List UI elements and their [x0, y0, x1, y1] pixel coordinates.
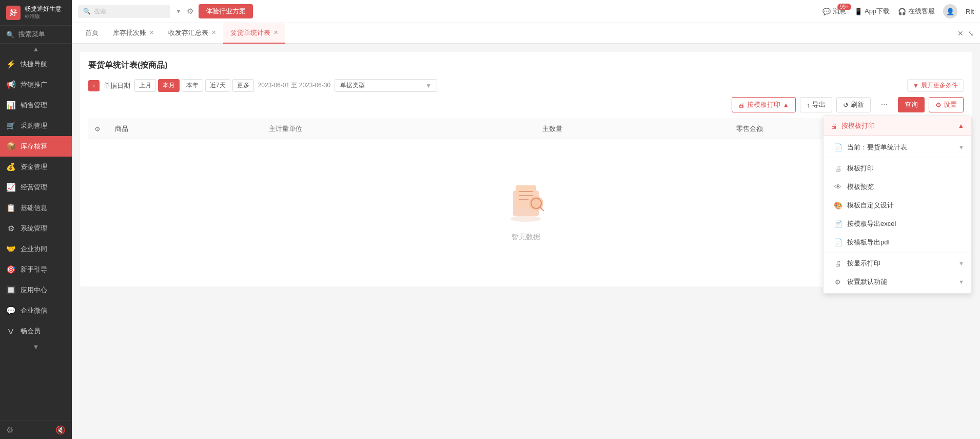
- topbar-search-icon: 🔍: [83, 8, 91, 15]
- sidebar-item-finance[interactable]: 💰 资金管理: [0, 157, 72, 177]
- print-icon: 🖨: [738, 101, 745, 109]
- filter-btn-prev-month[interactable]: 上月: [134, 79, 156, 92]
- dropdown-header[interactable]: 🖨 按模板打印 ▲: [824, 116, 971, 136]
- tab-order-stats[interactable]: 要货单统计表 ✕: [223, 23, 285, 44]
- template-preview-icon: 👁: [834, 183, 842, 191]
- tab-order-stats-close[interactable]: ✕: [273, 29, 278, 36]
- dropdown-item-template-print[interactable]: 🖨 模板打印: [824, 159, 971, 178]
- tab-receipts-summary-close[interactable]: ✕: [211, 29, 216, 36]
- dropdown-set-default[interactable]: ⚙ 设置默认功能 ▼: [824, 273, 971, 291]
- filter-type-arrow: ▼: [425, 82, 432, 89]
- sidebar-item-basics[interactable]: 📋 基础信息: [0, 198, 72, 218]
- filter-date-group: 上月 本月 本年 近7天 更多 2023-06-01 至 2023-06-30: [134, 79, 330, 92]
- dropdown-display-print[interactable]: 🖨 按显示打印 ▼: [824, 254, 971, 273]
- settings-btn[interactable]: ⚙ 设置: [929, 97, 964, 112]
- dropdown-item-export-pdf[interactable]: 📄 按模板导出pdf: [824, 233, 971, 252]
- dropdown-item-template-preview[interactable]: 👁 模板预览: [824, 178, 971, 196]
- dropdown-print-icon: 🖨: [831, 122, 837, 130]
- sidebar-item-app-center[interactable]: 🔲 应用中心: [0, 280, 72, 300]
- sidebar-item-label: 企业微信: [21, 306, 47, 315]
- sidebar-scroll-up[interactable]: ▲: [0, 44, 72, 54]
- sidebar-item-purchase[interactable]: 🛒 采购管理: [0, 116, 72, 136]
- page-title: 要货单统计表(按商品): [88, 60, 964, 71]
- online-service-label: 在线客服: [908, 7, 935, 16]
- main-content: 🔍 搜索 ▼ ⚙ 体验行业方案 💬 消息 99+ 📱 App下载 🎧 在线客服 …: [72, 0, 980, 439]
- tab-inventory-batch-close[interactable]: ✕: [149, 29, 154, 36]
- filter-btn-this-month[interactable]: 本月: [158, 79, 180, 92]
- sidebar-item-label: 畅会员: [21, 327, 41, 336]
- sidebar-item-label: 营销推广: [21, 80, 47, 89]
- sidebar-search[interactable]: 🔍 搜索菜单: [0, 26, 72, 44]
- display-print-icon: 🖨: [834, 260, 842, 268]
- tab-receipts-summary[interactable]: 收发存汇总表 ✕: [161, 23, 223, 44]
- sidebar-item-inventory[interactable]: 📦 库存核算: [0, 136, 72, 157]
- settings-label: 设置: [944, 100, 957, 109]
- avatar[interactable]: 👤: [943, 4, 957, 18]
- sidebar-item-sales[interactable]: 📊 销售管理: [0, 95, 72, 116]
- filter-more-btn[interactable]: ▼ 展开更多条件: [907, 79, 964, 92]
- operations-icon: 📈: [6, 183, 15, 192]
- user-name: Rit: [966, 8, 974, 15]
- more-actions-btn[interactable]: ···: [875, 98, 894, 112]
- mute-icon[interactable]: 🔇: [55, 425, 66, 435]
- filter-btn-this-year[interactable]: 本年: [182, 79, 203, 92]
- dropdown-header-left: 🖨 按模板打印: [831, 121, 875, 130]
- set-default-left: ⚙ 设置默认功能: [834, 277, 887, 287]
- dropdown-section: 📄 当前：要货单统计表 ▼ 🖨 模板打印 👁 模板预览 🎨 模板自定义设计: [824, 136, 971, 293]
- sidebar-bottom: ⚙ 🔇: [0, 421, 72, 439]
- logo-icon: 好: [6, 6, 21, 20]
- tab-home[interactable]: 首页: [78, 23, 106, 44]
- online-service-btn[interactable]: 🎧 在线客服: [898, 7, 935, 16]
- dropdown-item-template-design[interactable]: 🎨 模板自定义设计: [824, 196, 971, 215]
- sidebar-item-vip[interactable]: V 畅会员: [0, 321, 72, 341]
- tab-maximize-btn[interactable]: ⤡: [968, 29, 974, 37]
- tab-close-window-btn[interactable]: ✕: [957, 29, 964, 37]
- dropdown-divider-1: [824, 158, 971, 158]
- export-btn[interactable]: ↑ 导出: [800, 97, 832, 112]
- set-default-arrow: ▼: [958, 279, 964, 285]
- print-template-btn[interactable]: 🖨 按模板打印 ▲: [732, 97, 796, 112]
- col-unit: 主计量单位: [263, 119, 536, 139]
- notifications-btn[interactable]: 💬 消息 99+: [822, 7, 846, 16]
- filter-btn-7days[interactable]: 近7天: [205, 79, 230, 92]
- settings-icon: ⚙: [935, 101, 942, 109]
- template-print-label: 模板打印: [847, 164, 874, 173]
- display-print-label: 按显示打印: [847, 259, 880, 268]
- breadcrumb-arrow: ▼: [175, 8, 182, 15]
- sidebar-item-enterprise-wechat[interactable]: 💬 企业微信: [0, 300, 72, 321]
- system-icon: ⚙: [6, 224, 15, 233]
- topbar-gear-icon[interactable]: ⚙: [187, 7, 193, 16]
- dropdown-current-item[interactable]: 📄 当前：要货单统计表 ▼: [824, 138, 971, 157]
- sidebar-item-operations[interactable]: 📈 经营管理: [0, 177, 72, 198]
- filter-expand-btn[interactable]: ›: [88, 80, 100, 91]
- sidebar-item-enterprise[interactable]: 🤝 企业协同: [0, 239, 72, 259]
- set-default-label: 设置默认功能: [847, 277, 887, 287]
- dropdown-title: 按模板打印: [841, 121, 875, 130]
- topbar-search-box[interactable]: 🔍 搜索: [78, 5, 170, 18]
- filter-date-label: 单据日期: [104, 81, 130, 90]
- tab-inventory-batch[interactable]: 库存批次账 ✕: [106, 23, 161, 44]
- filter-btn-more[interactable]: 更多: [232, 79, 254, 92]
- enterprise-icon: 🤝: [6, 244, 15, 254]
- app-download-btn[interactable]: 📱 App下载: [854, 7, 890, 16]
- topbar-search-text: 搜索: [94, 7, 106, 16]
- refresh-btn[interactable]: ↺ 刷新: [836, 97, 871, 112]
- service-icon: 🎧: [898, 8, 906, 15]
- vip-icon: V: [6, 327, 15, 336]
- sidebar-item-system[interactable]: ⚙ 系统管理: [0, 218, 72, 239]
- sidebar-item-label: 资金管理: [21, 162, 47, 171]
- filter-type-select[interactable]: 单据类型 ▼: [335, 79, 437, 92]
- sidebar-item-label: 新手引导: [21, 265, 47, 274]
- tabs-right: ✕ ⤡: [957, 29, 974, 37]
- settings-icon[interactable]: ⚙: [6, 425, 13, 435]
- dropdown-item-export-excel[interactable]: 📄 按模板导出excel: [824, 215, 971, 233]
- query-btn[interactable]: 查询: [898, 97, 925, 112]
- table-settings-icon[interactable]: ⚙: [94, 125, 101, 133]
- sidebar-item-marketing[interactable]: 📢 营销推广: [0, 74, 72, 95]
- basics-icon: 📋: [6, 203, 15, 213]
- sidebar-item-newbie[interactable]: 🎯 新手引导: [0, 259, 72, 280]
- sidebar-scroll-down[interactable]: ▼: [0, 341, 72, 352]
- experience-btn[interactable]: 体验行业方案: [199, 4, 253, 18]
- sidebar-item-quick-nav[interactable]: ⚡ 快捷导航: [0, 54, 72, 74]
- export-label: 导出: [812, 100, 826, 109]
